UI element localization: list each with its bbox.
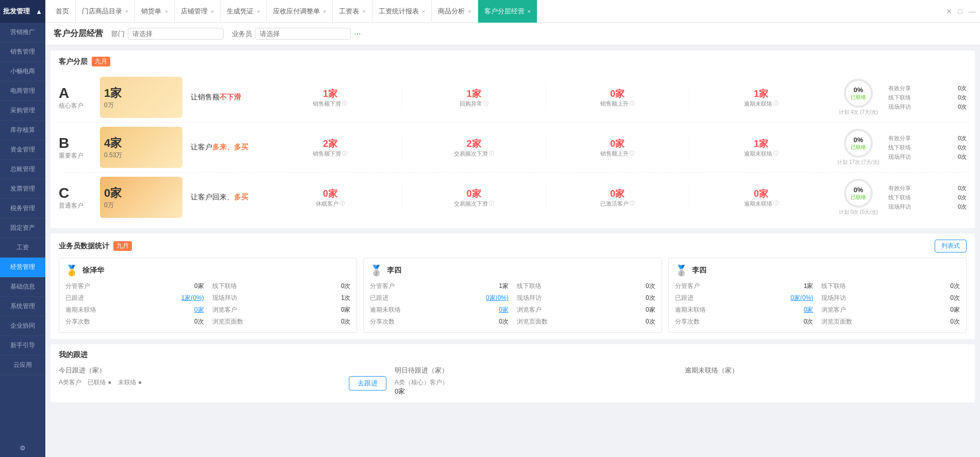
tab-客户分层经营[interactable]: 客户分层经营× bbox=[478, 0, 537, 23]
tier-progress-B: 0% 已联络 计划 17次 (7天/次) bbox=[833, 127, 884, 168]
tier-slogan-C: 让客户回来、多买 bbox=[187, 177, 259, 218]
dept-select[interactable] bbox=[128, 28, 224, 40]
sidebar-item-系统管理[interactable]: 系统管理 bbox=[0, 297, 45, 316]
tab-close-门店商品目录[interactable]: × bbox=[125, 8, 128, 14]
stat-line: 有效分享 0次 bbox=[888, 84, 967, 92]
sidebar-collapse-icon[interactable]: ▲ bbox=[36, 8, 42, 15]
sidebar-item-税务管理[interactable]: 税务管理 bbox=[0, 199, 45, 218]
minimize-window-icon[interactable]: — bbox=[969, 7, 976, 15]
filter-more-icon[interactable]: ··· bbox=[354, 29, 361, 39]
sidebar-item-发票管理[interactable]: 发票管理 bbox=[0, 179, 45, 199]
go-tracking-button[interactable]: 去跟进 bbox=[349, 376, 386, 391]
sidebar-item-小畅电商[interactable]: 小畅电商 bbox=[0, 62, 45, 81]
restore-window-icon[interactable]: □ bbox=[958, 7, 962, 15]
sidebar-item-库存核算[interactable]: 库存核算 bbox=[0, 121, 45, 140]
metric-逾期未联络[interactable]: 1家 逾期未联络 ⓘ bbox=[689, 86, 833, 110]
metric-交易频次下滑[interactable]: 0家 交易频次下滑 ⓘ bbox=[402, 185, 546, 210]
metric-label: 休眠客户 ⓘ bbox=[316, 200, 345, 208]
tab-close-销货单[interactable]: × bbox=[164, 8, 167, 14]
tier-slogan-A: 让销售额不下滑 bbox=[187, 77, 259, 118]
sidebar-item-经营管理[interactable]: 经营管理 bbox=[0, 258, 45, 277]
tab-销货单[interactable]: 销货单× bbox=[135, 0, 174, 23]
tier-count-num-A: 1家 bbox=[104, 86, 178, 101]
staff-label: 业务员 bbox=[232, 29, 252, 39]
metric-交易频次下滑[interactable]: 2家 交易频次下滑 ⓘ bbox=[402, 136, 546, 160]
sidebar-item-企业协同[interactable]: 企业协同 bbox=[0, 316, 45, 336]
tab-应收应付调整单[interactable]: 应收应付调整单× bbox=[267, 0, 333, 23]
settings-button[interactable]: ⚙ bbox=[0, 439, 45, 457]
staff-metric-分享次数: 分享次数 0次 bbox=[675, 317, 814, 326]
sidebar-item-总账管理[interactable]: 总账管理 bbox=[0, 160, 45, 179]
tab-close-工资表[interactable]: × bbox=[362, 8, 365, 14]
tab-bar: 首页门店商品目录×销货单×店铺管理×生成凭证×应收应付调整单×工资表×工资统计报… bbox=[45, 0, 980, 23]
metric-逾期未联络[interactable]: 1家 逾期未联络 ⓘ bbox=[689, 136, 833, 160]
sidebar-item-基础信息[interactable]: 基础信息 bbox=[0, 277, 45, 297]
tier-slogan-B: 让客户多来、多买 bbox=[187, 127, 259, 168]
sidebar-item-营销推广[interactable]: 营销推广 bbox=[0, 23, 45, 42]
tier-progress-A: 0% 已联络 计划 4次 (7天/次) bbox=[833, 77, 884, 118]
sidebar-item-新手引导[interactable]: 新手引导 bbox=[0, 336, 45, 356]
tab-close-商品分析[interactable]: × bbox=[468, 8, 471, 14]
sub-a-label: A类（核心）客户） bbox=[395, 378, 677, 387]
sidebar-item-电商管理[interactable]: 电商管理 bbox=[0, 81, 45, 101]
sidebar-item-云应用[interactable]: 云应用 bbox=[0, 356, 45, 375]
tab-close-工资统计报表[interactable]: × bbox=[422, 8, 425, 14]
metric-销售额下滑[interactable]: 2家 销售额下滑 ⓘ bbox=[259, 136, 402, 160]
staff-metrics-0: 分管客户 0家 线下联络 0次 已跟进 1家(0%) 现场拜访 1次 逾期未联络… bbox=[65, 282, 350, 326]
metric-销售额上升[interactable]: 0家 销售额上升 ⓘ bbox=[546, 136, 690, 160]
tab-close-应收应付调整单[interactable]: × bbox=[323, 8, 326, 14]
metric-label: 交易频次下滑 ⓘ bbox=[454, 200, 494, 208]
metric-回购异常[interactable]: 1家 回购异常 ⓘ bbox=[402, 86, 546, 110]
tab-close-生成凭证[interactable]: × bbox=[257, 8, 260, 14]
staff-metric-线下联络: 线下联络 0次 bbox=[517, 282, 655, 291]
list-view-button[interactable]: 列表式 bbox=[935, 240, 967, 252]
tab-店铺管理[interactable]: 店铺管理× bbox=[175, 0, 221, 23]
sidebar-item-固定资产[interactable]: 固定资产 bbox=[0, 218, 45, 238]
tier-row-A: A 核心客户 1家 0万 让销售额不下滑 1家 销售额下滑 ⓘ 1家 回购异常 … bbox=[59, 73, 967, 123]
staff-metric-现场拜访: 现场拜访 1次 bbox=[212, 294, 351, 302]
stat-line: 有效分享 0次 bbox=[888, 134, 967, 142]
tab-门店商品目录[interactable]: 门店商品目录× bbox=[76, 0, 135, 23]
progress-label-B: 已联络 bbox=[851, 144, 866, 151]
metric-num: 1家 bbox=[754, 138, 768, 150]
tab-工资表[interactable]: 工资表× bbox=[333, 0, 372, 23]
stat-line: 现场拜访 0次 bbox=[888, 203, 967, 211]
tab-close-客户分层经营[interactable]: × bbox=[528, 8, 531, 14]
close-window-icon[interactable]: ✕ bbox=[946, 7, 952, 15]
tier-letter-A: A bbox=[59, 85, 100, 101]
metric-已激活客户[interactable]: 0家 已激活客户 ⓘ bbox=[546, 185, 690, 210]
tier-count-A: 1家 0万 bbox=[100, 77, 182, 118]
progress-label-C: 已联络 bbox=[851, 194, 866, 201]
staff-card-2: 🥈 李四 分管客户 1家 线下联络 0次 已跟进 0家(0%) 现场拜访 0次 … bbox=[668, 258, 967, 333]
sidebar-item-销售管理[interactable]: 销售管理 bbox=[0, 42, 45, 62]
tier-label-B: B 重要客户 bbox=[59, 127, 100, 168]
staff-metrics-1: 分管客户 1家 线下联络 0次 已跟进 0家(0%) 现场拜访 0次 逾期未联络… bbox=[370, 282, 655, 326]
metric-逾期未联络[interactable]: 0家 逾期未联络 ⓘ bbox=[689, 185, 833, 210]
progress-circle-A: 0% 已联络 bbox=[844, 79, 873, 108]
staff-metric-已跟进: 已跟进 0家(0%) bbox=[675, 294, 814, 302]
metric-label: 销售额上升 ⓘ bbox=[600, 150, 635, 158]
sidebar-title: 批发管理 bbox=[3, 7, 30, 16]
page-content: 客户分层经营 部门 业务员 ··· 客户分层 九月 A 核心客户 1家 0万 bbox=[45, 23, 980, 457]
metric-休眠客户[interactable]: 0家 休眠客户 ⓘ bbox=[259, 185, 402, 210]
metric-num: 0家 bbox=[323, 188, 337, 200]
tab-工资统计报表[interactable]: 工资统计报表× bbox=[373, 0, 432, 23]
staff-select[interactable] bbox=[255, 28, 351, 40]
tab-生成凭证[interactable]: 生成凭证× bbox=[221, 0, 266, 23]
metric-销售额下滑[interactable]: 1家 销售额下滑 ⓘ bbox=[259, 86, 402, 110]
sidebar-item-采购管理[interactable]: 采购管理 bbox=[0, 101, 45, 121]
metric-label: 已激活客户 ⓘ bbox=[600, 200, 635, 208]
progress-sub-C: 计划 0次 (0天/次) bbox=[839, 209, 878, 216]
sidebar-item-资金管理[interactable]: 资金管理 bbox=[0, 140, 45, 160]
metric-label: 交易频次下滑 ⓘ bbox=[454, 150, 494, 158]
tab-首页[interactable]: 首页 bbox=[49, 0, 76, 23]
sidebar-item-工资[interactable]: 工资 bbox=[0, 238, 45, 258]
staff-name-1: 李四 bbox=[387, 266, 401, 275]
tab-商品分析[interactable]: 商品分析× bbox=[432, 0, 478, 23]
metric-销售额上升[interactable]: 0家 销售额上升 ⓘ bbox=[546, 86, 690, 110]
staff-metric-分享次数: 分享次数 0次 bbox=[370, 317, 509, 326]
staff-metric-分管客户: 分管客户 1家 bbox=[675, 282, 814, 291]
dept-filter: 部门 bbox=[111, 28, 224, 40]
tab-close-店铺管理[interactable]: × bbox=[211, 8, 214, 14]
tier-row-C: C 普通客户 0家 0万 让客户回来、多买 0家 休眠客户 ⓘ 0家 交易频次下… bbox=[59, 173, 967, 222]
